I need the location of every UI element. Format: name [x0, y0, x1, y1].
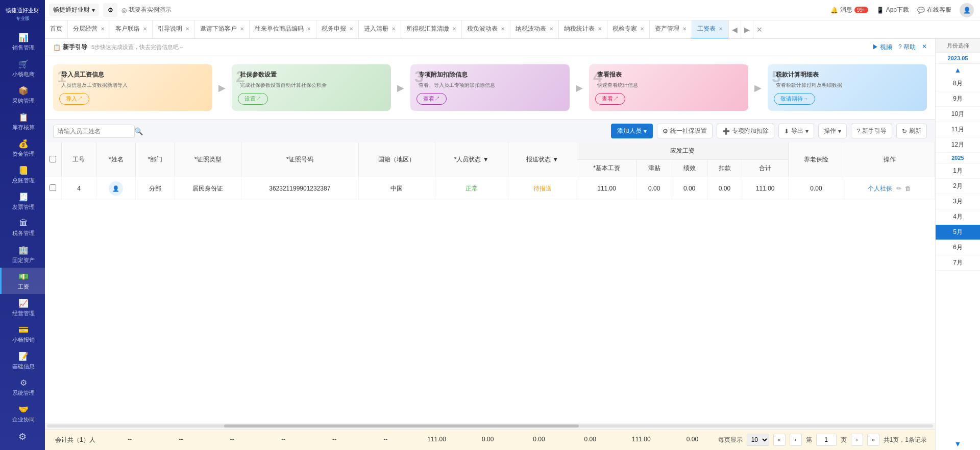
step-btn-1[interactable]: 导入↗ — [59, 93, 89, 105]
tab-纳税统计表[interactable]: 纳税统计表✕ — [559, 20, 607, 39]
guide-btn[interactable]: ? 新手引导 — [851, 124, 892, 138]
sidebar-item-销售管理[interactable]: 📊 销售管理 — [0, 29, 45, 55]
online-service-btn[interactable]: 💬 在线客服 — [917, 6, 951, 14]
tab-资产管理[interactable]: 资产管理✕ — [650, 20, 692, 39]
sidebar-settings[interactable]: ⚙ — [0, 423, 45, 450]
special-deduction-btn[interactable]: ➕ 专项附加扣除 — [717, 124, 774, 138]
tab-close-btn[interactable]: ✕ — [682, 26, 687, 32]
prev-page-btn[interactable]: ‹ — [790, 434, 802, 446]
tab-close-btn[interactable]: ✕ — [501, 26, 505, 32]
tab-邀请下游客户[interactable]: 邀请下游客户✕ — [195, 20, 250, 39]
company-selector[interactable]: 畅捷通好业财 ▾ — [49, 4, 99, 16]
sidebar-item-采购管理[interactable]: 📦 采购管理 — [0, 82, 45, 108]
first-page-btn[interactable]: « — [773, 434, 786, 446]
step-btn-5[interactable]: 敬请期待→ — [774, 93, 815, 105]
month-item-10月[interactable]: 10月 — [936, 107, 980, 122]
horizontal-scrollbar[interactable] — [45, 423, 935, 429]
sidebar-item-工资[interactable]: 💵 工资 — [0, 268, 45, 294]
tab-close-btn[interactable]: ✕ — [101, 26, 105, 32]
tab-客户联络[interactable]: 客户联络✕ — [110, 20, 153, 39]
sidebar-item-经营管理[interactable]: 📈 经营管理 — [0, 294, 45, 321]
personal-insurance-link[interactable]: 个人社保 — [868, 185, 892, 192]
sidebar-item-总账管理[interactable]: 📒 总账管理 — [0, 161, 45, 188]
add-person-btn[interactable]: 添加人员 ▾ — [611, 124, 653, 138]
next-page-btn[interactable]: › — [851, 434, 863, 446]
settings-icon[interactable]: ⚙ — [103, 3, 117, 17]
tab-税检专家[interactable]: 税检专家✕ — [607, 20, 650, 39]
month-item-8月[interactable]: 8月 — [936, 76, 980, 91]
month-scroll-down-btn[interactable]: ▼ — [951, 439, 965, 449]
sidebar-item-固定资产[interactable]: 🏢 固定资产 — [0, 241, 45, 268]
refresh-btn[interactable]: ↻ 刷新 — [896, 124, 927, 138]
step-btn-2[interactable]: 设置↗ — [238, 93, 268, 105]
tab-往来单位商品编码[interactable]: 往来单位商品编码✕ — [250, 20, 316, 39]
select-all-checkbox[interactable] — [50, 156, 56, 162]
operations-btn[interactable]: 操作 ▾ — [818, 124, 847, 138]
row-checkbox[interactable] — [50, 184, 56, 191]
tab-纳税波动表[interactable]: 纳税波动表✕ — [510, 20, 559, 39]
search-input[interactable] — [58, 128, 134, 135]
app-download-btn[interactable]: 📱 App下载 — [876, 6, 909, 14]
month-item-12月[interactable]: 12月 — [936, 137, 980, 153]
last-page-btn[interactable]: » — [867, 434, 879, 446]
month-scroll-up-btn[interactable]: ▲ — [951, 65, 965, 75]
guide-video-btn[interactable]: ▶ 视频 — [872, 43, 892, 52]
sidebar-item-基础信息[interactable]: 📝 基础信息 — [0, 347, 45, 374]
avatar[interactable]: 👤 — [960, 3, 974, 17]
month-item-3月[interactable]: 3月 — [936, 194, 980, 209]
demo-link[interactable]: ◎ 我要看实例演示 — [121, 6, 172, 14]
guide-close-btn[interactable]: ✕ — [922, 43, 927, 52]
tab-进入清册[interactable]: 进入清册✕ — [359, 20, 401, 39]
per-page-select[interactable]: 10 20 50 — [747, 434, 769, 446]
tab-close-btn[interactable]: ✕ — [452, 26, 456, 32]
month-item-7月[interactable]: 7月 — [936, 255, 980, 271]
close-all-tabs-btn[interactable]: ✕ — [753, 20, 765, 39]
month-item-6月[interactable]: 6月 — [936, 240, 980, 255]
sidebar-item-税务管理[interactable]: 🏛 税务管理 — [0, 215, 45, 241]
tab-引导说明[interactable]: 引导说明✕ — [153, 20, 195, 39]
sidebar-item-资金管理[interactable]: 💰 资金管理 — [0, 135, 45, 161]
edit-icon[interactable]: ✏ — [896, 185, 901, 192]
export-btn[interactable]: ⬇ 导出 ▾ — [778, 124, 814, 138]
sidebar-item-小畅电商[interactable]: 🛒 小畅电商 — [0, 55, 45, 82]
tab-所得税汇算清缴[interactable]: 所得税汇算清缴✕ — [401, 20, 462, 39]
sidebar-item-小畅报销[interactable]: 💳 小畅报销 — [0, 321, 45, 347]
page-input[interactable] — [816, 434, 837, 446]
month-item-11月[interactable]: 11月 — [936, 122, 980, 137]
tab-close-btn[interactable]: ✕ — [185, 26, 189, 32]
guide-help-btn[interactable]: ? 帮助 — [898, 43, 916, 52]
tab-close-btn[interactable]: ✕ — [391, 26, 396, 32]
month-item-5月[interactable]: 5月 — [936, 225, 980, 240]
scrollbar-thumb[interactable] — [224, 424, 578, 428]
sidebar-item-系统管理[interactable]: ⚙ 系统管理 — [0, 374, 45, 400]
th-select-all[interactable] — [45, 143, 61, 177]
tab-close-btn[interactable]: ✕ — [549, 26, 553, 32]
row-checkbox-cell[interactable] — [45, 177, 61, 200]
tab-分层经营[interactable]: 分层经营✕ — [68, 20, 110, 39]
month-item-2月[interactable]: 2月 — [936, 179, 980, 194]
tab-工资表[interactable]: 工资表✕ — [692, 20, 728, 39]
tab-nav-left[interactable]: ◀ — [728, 20, 741, 39]
step-btn-3[interactable]: 查看↗ — [416, 93, 447, 105]
tab-close-btn[interactable]: ✕ — [307, 26, 311, 32]
tab-close-btn[interactable]: ✕ — [598, 26, 602, 32]
unified-settings-btn[interactable]: ⚙ 统一社保设置 — [657, 124, 713, 138]
sidebar-item-企业协同[interactable]: 🤝 企业协同 — [0, 400, 45, 423]
month-item-9月[interactable]: 9月 — [936, 91, 980, 107]
sidebar-item-发票管理[interactable]: 🧾 发票管理 — [0, 188, 45, 215]
sidebar-item-库存核算[interactable]: 📋 库存核算 — [0, 108, 45, 135]
month-item-1月[interactable]: 1月 — [936, 163, 980, 179]
tab-首页[interactable]: 首页 — [45, 20, 68, 39]
tab-税务申报[interactable]: 税务申报✕ — [316, 20, 359, 39]
month-item-4月[interactable]: 4月 — [936, 209, 980, 225]
tab-close-btn[interactable]: ✕ — [143, 26, 147, 32]
filter-icon[interactable]: ▼ — [483, 156, 489, 163]
step-btn-4[interactable]: 查看↗ — [595, 93, 625, 105]
tab-close-btn[interactable]: ✕ — [719, 26, 723, 32]
delete-icon[interactable]: 🗑 — [905, 185, 911, 192]
filter-icon[interactable]: ▼ — [552, 156, 558, 163]
tab-nav-right[interactable]: ▶ — [741, 20, 753, 39]
tab-close-btn[interactable]: ✕ — [240, 26, 244, 32]
messages-btn[interactable]: 🔔 消息 99+ — [830, 6, 868, 14]
tab-close-btn[interactable]: ✕ — [349, 26, 353, 32]
